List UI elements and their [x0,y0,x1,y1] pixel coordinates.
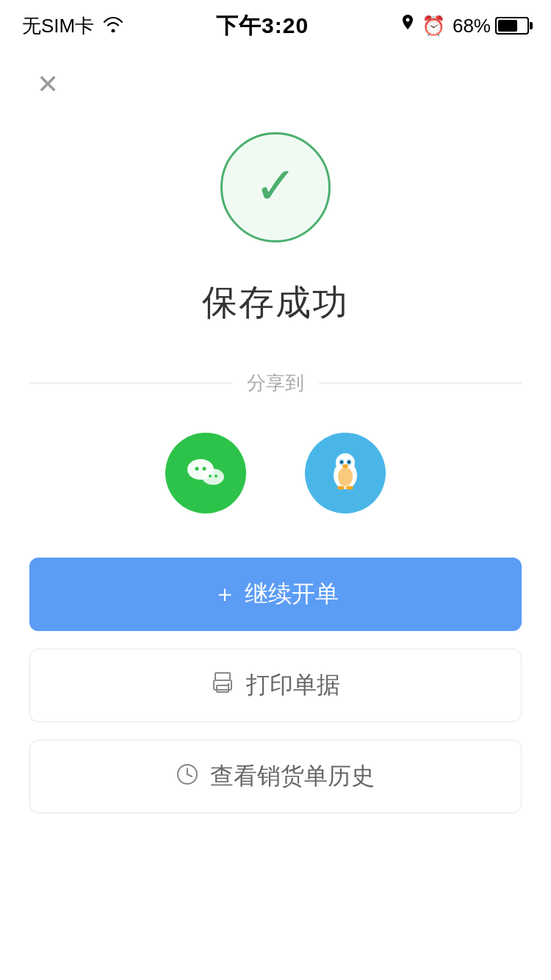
svg-point-3 [202,466,206,470]
battery-percent: 68% [453,15,491,37]
share-label: 分享到 [247,370,304,396]
svg-point-15 [346,486,353,489]
share-section: 分享到 [29,370,522,514]
battery-fill [498,20,517,32]
qq-share-button[interactable] [305,433,386,514]
wifi-icon [103,15,123,37]
success-title: 保存成功 [202,279,349,326]
battery-icon [495,17,529,35]
share-icons [29,433,522,514]
status-bar: 无SIM卡 下午3:20 ⏰ 68% [0,0,551,51]
svg-point-13 [338,467,353,486]
svg-point-5 [215,475,217,478]
history-button[interactable]: 查看销货单历史 [29,740,522,813]
share-divider: 分享到 [29,370,522,396]
svg-line-22 [187,774,192,777]
main-content: ✕ ✓ 保存成功 分享到 [0,51,551,843]
print-label: 打印单据 [246,669,340,702]
close-icon: ✕ [37,71,59,98]
success-circle: ✓ [220,132,331,242]
history-label: 查看销货单历史 [210,760,375,793]
clock-icon [176,763,198,790]
svg-point-10 [340,461,342,463]
status-right: ⏰ 68% [401,15,529,37]
battery-container: 68% [453,15,529,37]
buttons-section: ＋ 继续开单 打印单据 [29,558,522,813]
plus-icon: ＋ [213,578,237,610]
svg-point-2 [195,466,198,470]
svg-point-4 [209,475,212,478]
status-left: 无SIM卡 [22,13,123,39]
close-button[interactable]: ✕ [29,66,66,103]
print-button[interactable]: 打印单据 [29,649,522,722]
status-time: 下午3:20 [216,11,309,41]
svg-point-14 [337,486,345,489]
svg-rect-16 [215,673,230,680]
svg-point-1 [202,469,224,485]
svg-point-19 [228,683,230,685]
svg-rect-18 [217,685,228,692]
svg-point-11 [347,461,350,463]
wechat-share-button[interactable] [165,433,246,514]
checkmark-icon: ✓ [254,160,298,212]
continue-label: 继续开单 [245,578,339,610]
close-button-container: ✕ [29,66,522,103]
continue-button[interactable]: ＋ 继续开单 [29,558,522,631]
location-icon [401,15,414,37]
carrier-text: 无SIM卡 [22,13,94,39]
alarm-icon: ⏰ [422,15,445,37]
printer-icon [211,672,234,699]
